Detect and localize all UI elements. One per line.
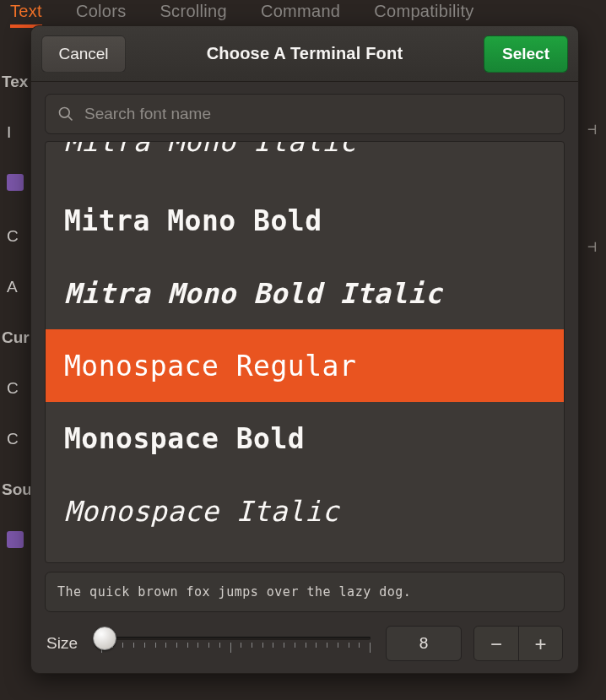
font-preview: The quick brown fox jumps over the lazy … — [45, 572, 565, 612]
tab-scrolling[interactable]: Scrolling — [160, 0, 226, 21]
font-item-label: Mitra Mono Bold Italic — [64, 277, 442, 310]
size-label: Size — [46, 634, 78, 653]
font-item-label: Monospace Bold — [64, 422, 305, 455]
font-item-label: Monospace Regular — [64, 350, 356, 383]
font-list[interactable]: Mitra Mono ItalicMitra Mono BoldMitra Mo… — [45, 141, 565, 563]
size-slider[interactable] — [89, 627, 374, 659]
size-decrease-button[interactable]: − — [474, 627, 518, 661]
size-value[interactable]: 8 — [386, 626, 462, 661]
tab-text[interactable]: Text — [10, 0, 42, 28]
font-item[interactable]: Mitra Mono Bold Italic — [46, 257, 564, 329]
size-stepper: − + — [473, 626, 563, 661]
font-item[interactable]: Monospace Bold — [46, 402, 564, 475]
size-row: Size 8 − + — [45, 626, 565, 666]
color-swatch-icon — [7, 531, 24, 548]
color-swatch-icon — [7, 174, 24, 191]
size-increase-button[interactable]: + — [518, 627, 562, 661]
font-item-label: Mitra Mono Italic — [64, 141, 356, 158]
tab-colors[interactable]: Colors — [76, 0, 127, 21]
font-item[interactable]: Monospace Regular — [46, 329, 564, 402]
svg-point-0 — [60, 108, 70, 118]
font-item[interactable]: Mitra Mono Bold — [46, 184, 564, 257]
font-item[interactable]: Mitra Mono Italic — [46, 141, 564, 184]
font-item-label: Monospace Italic — [64, 495, 339, 528]
slider-thumb-icon[interactable] — [93, 627, 116, 650]
font-item-label: Mitra Mono Bold — [64, 204, 322, 237]
select-button[interactable]: Select — [484, 35, 568, 73]
search-field[interactable] — [45, 94, 565, 134]
cancel-button[interactable]: Cancel — [41, 35, 126, 73]
dialog-title: Choose A Terminal Font — [126, 44, 484, 63]
tab-compatibility[interactable]: Compatibility — [374, 0, 473, 21]
search-input[interactable] — [84, 105, 552, 123]
font-chooser-dialog: Cancel Choose A Terminal Font Select Mit… — [30, 25, 579, 674]
dialog-header: Cancel Choose A Terminal Font Select — [31, 26, 578, 82]
font-item[interactable]: Monospace Italic — [46, 475, 564, 547]
search-icon — [57, 106, 74, 122]
svg-line-1 — [68, 117, 73, 121]
tab-command[interactable]: Command — [261, 0, 340, 21]
